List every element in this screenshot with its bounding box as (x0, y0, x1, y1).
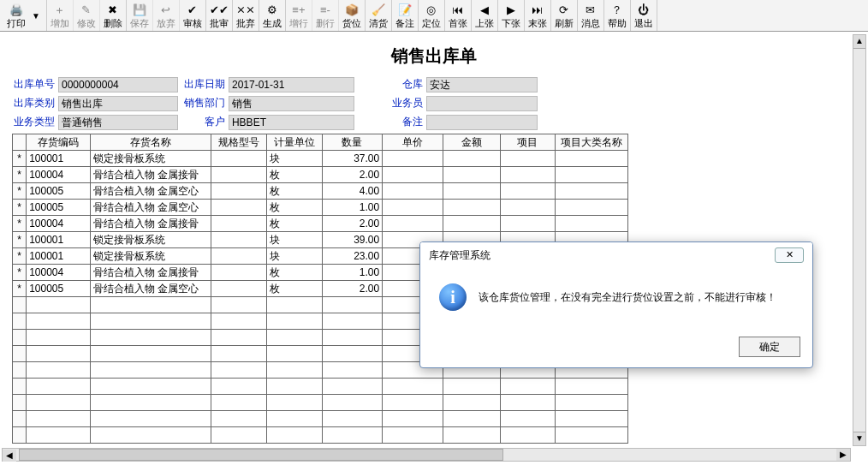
cell-unit[interactable]: 块 (266, 232, 322, 248)
cell-qty[interactable]: 2.00 (322, 216, 383, 232)
scroll-down-icon[interactable]: ▼ (853, 432, 865, 445)
cell-projclass[interactable] (556, 216, 628, 232)
cell-amount[interactable] (443, 151, 500, 167)
print-button[interactable]: 🖨️ 打印 ▼ (0, 0, 47, 31)
toolbar-货位[interactable]: 📦货位 (339, 0, 366, 31)
cell-code[interactable]: 100005 (27, 200, 91, 216)
customer-field[interactable]: HBBET (229, 115, 354, 130)
dept-field[interactable]: 销售 (229, 96, 354, 111)
cell-qty[interactable]: 1.00 (322, 200, 383, 216)
cell-price[interactable] (383, 216, 443, 232)
cell-qty[interactable]: 2.00 (322, 167, 383, 183)
scroll-up-icon[interactable]: ▲ (853, 35, 865, 49)
cell-code[interactable]: 100004 (27, 265, 91, 281)
cell-spec[interactable] (211, 232, 267, 248)
cell-project[interactable] (500, 200, 556, 216)
cell-projclass[interactable] (556, 151, 628, 167)
biz-type-field[interactable]: 普通销售 (58, 115, 178, 130)
toolbar-清货[interactable]: 🧹清货 (366, 0, 392, 31)
cell-projclass[interactable] (556, 183, 628, 200)
cell-code[interactable]: 100004 (27, 167, 91, 183)
cell-name[interactable]: 骨结合植入物 金属空心 (90, 183, 211, 200)
out-type-field[interactable]: 销售出库 (58, 96, 178, 111)
salesperson-field[interactable] (426, 96, 538, 111)
table-row[interactable]: *100005骨结合植入物 金属空心枚4.00 (13, 183, 628, 200)
toolbar-删除[interactable]: ✖删除 (100, 0, 127, 31)
cell-code[interactable]: 100001 (27, 151, 91, 167)
vertical-scrollbar[interactable]: ▲ ▼ (853, 34, 866, 446)
toolbar-上张[interactable]: ◀上张 (472, 0, 498, 31)
column-header[interactable]: 单价 (383, 134, 443, 151)
column-header[interactable]: 计量单位 (266, 134, 322, 151)
cell-code[interactable]: 100001 (27, 248, 91, 265)
remark-field[interactable] (426, 115, 538, 130)
toolbar-退出[interactable]: ⏻退出 (631, 0, 657, 31)
cell-qty[interactable]: 4.00 (322, 183, 383, 200)
toolbar-备注[interactable]: 📝备注 (392, 0, 419, 31)
cell-spec[interactable] (211, 248, 267, 265)
table-row-empty[interactable] (13, 411, 628, 427)
print-dropdown-icon[interactable]: ▼ (29, 11, 43, 21)
dialog-ok-button[interactable]: 确定 (739, 337, 800, 357)
scroll-right-icon[interactable]: ▶ (836, 449, 850, 461)
date-field[interactable]: 2017-01-31 (229, 77, 354, 92)
cell-qty[interactable]: 37.00 (322, 151, 383, 167)
cell-price[interactable] (383, 167, 443, 183)
scroll-thumb[interactable] (19, 449, 502, 461)
toolbar-批审[interactable]: ✔✔批审 (206, 0, 233, 31)
cell-spec[interactable] (211, 265, 267, 281)
column-header[interactable]: 金额 (443, 134, 500, 151)
cell-projclass[interactable] (556, 167, 628, 183)
table-row[interactable]: *100005骨结合植入物 金属空心枚1.00 (13, 200, 628, 216)
table-row-empty[interactable] (13, 427, 628, 444)
column-header[interactable]: 存货编码 (27, 134, 91, 151)
cell-qty[interactable]: 1.00 (322, 265, 383, 281)
cell-unit[interactable]: 枚 (266, 200, 322, 216)
cell-spec[interactable] (211, 167, 267, 183)
cell-project[interactable] (500, 151, 556, 167)
column-header[interactable]: 数量 (322, 134, 383, 151)
cell-unit[interactable]: 枚 (266, 216, 322, 232)
cell-spec[interactable] (211, 183, 267, 200)
toolbar-帮助[interactable]: ？帮助 (604, 0, 631, 31)
cell-unit[interactable]: 块 (266, 151, 322, 167)
cell-qty[interactable]: 39.00 (322, 232, 383, 248)
cell-project[interactable] (500, 167, 556, 183)
cell-price[interactable] (383, 151, 443, 167)
cell-qty[interactable]: 2.00 (322, 281, 383, 297)
column-header[interactable]: 项目 (500, 134, 556, 151)
doc-no-field[interactable]: 0000000004 (58, 77, 178, 92)
cell-spec[interactable] (211, 216, 267, 232)
toolbar-批弃[interactable]: ⨯⨯批弃 (233, 0, 259, 31)
cell-spec[interactable] (211, 281, 267, 297)
cell-amount[interactable] (443, 200, 500, 216)
cell-name[interactable]: 骨结合植入物 金属空心 (90, 281, 211, 297)
cell-qty[interactable]: 23.00 (322, 248, 383, 265)
cell-name[interactable]: 锁定接骨板系统 (90, 232, 211, 248)
cell-price[interactable] (383, 200, 443, 216)
cell-amount[interactable] (443, 216, 500, 232)
table-row-empty[interactable] (13, 395, 628, 411)
column-header[interactable]: 项目大类名称 (556, 134, 628, 151)
table-row-empty[interactable] (13, 379, 628, 395)
warehouse-field[interactable]: 安达 (426, 77, 538, 92)
cell-code[interactable]: 100005 (27, 281, 91, 297)
toolbar-刷新[interactable]: ⟳刷新 (551, 0, 578, 31)
table-row[interactable]: *100001锁定接骨板系统块37.00 (13, 151, 628, 167)
cell-name[interactable]: 锁定接骨板系统 (90, 248, 211, 265)
cell-spec[interactable] (211, 200, 267, 216)
cell-unit[interactable]: 块 (266, 248, 322, 265)
cell-code[interactable]: 100005 (27, 183, 91, 200)
cell-code[interactable]: 100001 (27, 232, 91, 248)
dialog-close-button[interactable]: ✕ (775, 247, 804, 263)
scroll-left-icon[interactable]: ◀ (3, 450, 16, 462)
cell-unit[interactable]: 枚 (266, 183, 322, 200)
toolbar-下张[interactable]: ▶下张 (498, 0, 525, 31)
cell-unit[interactable]: 枚 (266, 281, 322, 297)
cell-code[interactable]: 100004 (27, 216, 91, 232)
table-row[interactable]: *100004骨结合植入物 金属接骨枚2.00 (13, 167, 628, 183)
toolbar-审核[interactable]: ✔审核 (180, 0, 206, 31)
cell-project[interactable] (500, 216, 556, 232)
toolbar-生成[interactable]: ⚙生成 (259, 0, 286, 31)
cell-name[interactable]: 骨结合植入物 金属空心 (90, 200, 211, 216)
